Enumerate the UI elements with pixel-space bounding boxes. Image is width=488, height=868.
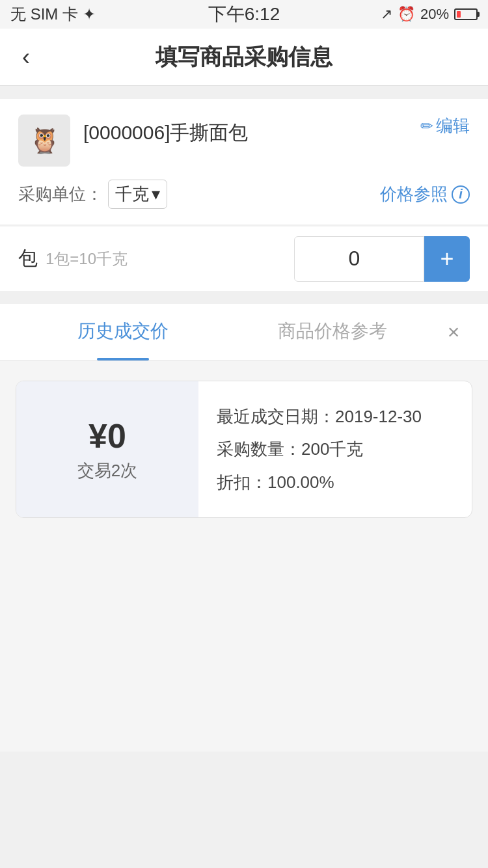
quantity-input-wrap: + bbox=[294, 236, 470, 282]
price-ref-info-icon: i bbox=[452, 185, 470, 204]
tab-active-indicator bbox=[97, 358, 149, 360]
quantity-plus-button[interactable]: + bbox=[424, 236, 470, 282]
dropdown-arrow-icon: ▾ bbox=[152, 184, 160, 204]
edit-label: 编辑 bbox=[436, 115, 470, 137]
quantity-unit: 包 bbox=[18, 245, 38, 272]
history-card: ¥0 交易2次 最近成交日期：2019-12-30 采购数量：200千克 折扣：… bbox=[16, 381, 472, 518]
price-ref-label: 价格参照 bbox=[380, 183, 448, 206]
tab-history-label: 历史成交价 bbox=[77, 319, 169, 346]
alarm-icon: ⏰ bbox=[398, 6, 415, 23]
quantity-convert: 1包=10千克 bbox=[46, 249, 128, 269]
history-purchase-qty: 采购数量：200千克 bbox=[217, 437, 454, 461]
status-left: 无 SIM 卡 ✦ bbox=[10, 4, 96, 25]
product-top: 🦉 [0000006]手撕面包 ✏ 编辑 bbox=[18, 115, 470, 167]
location-icon: ↗ bbox=[381, 6, 392, 23]
tab-product-price-ref[interactable]: 商品价格参考 bbox=[228, 304, 437, 360]
price-reference-button[interactable]: 价格参照 i bbox=[380, 183, 470, 206]
product-card: 🦉 [0000006]手撕面包 ✏ 编辑 采购单位： 千克 ▾ 价格参照 i bbox=[0, 99, 488, 224]
back-button[interactable]: ‹ bbox=[16, 37, 36, 77]
edit-icon: ✏ bbox=[420, 117, 433, 135]
product-thumbnail: 🦉 bbox=[18, 115, 70, 167]
content-area: ¥0 交易2次 最近成交日期：2019-12-30 采购数量：200千克 折扣：… bbox=[0, 361, 488, 752]
history-recent-date: 最近成交日期：2019-12-30 bbox=[217, 405, 454, 428]
quantity-input[interactable] bbox=[294, 236, 424, 282]
history-right-panel: 最近成交日期：2019-12-30 采购数量：200千克 折扣：100.00% bbox=[198, 381, 472, 517]
quantity-row: 包 1包=10千克 + bbox=[0, 226, 488, 291]
battery-indicator bbox=[454, 8, 478, 20]
sim-label: 无 SIM 卡 ✦ bbox=[10, 4, 96, 25]
status-bar: 无 SIM 卡 ✦ 下午6:12 ↗ ⏰ 20% bbox=[0, 0, 488, 29]
tab-product-price-label: 商品价格参考 bbox=[278, 319, 387, 346]
unit-select-dropdown[interactable]: 千克 ▾ bbox=[108, 180, 167, 209]
history-trades-count: 交易2次 bbox=[77, 459, 137, 482]
status-right: ↗ ⏰ 20% bbox=[381, 6, 478, 23]
quantity-left: 包 1包=10千克 bbox=[18, 245, 128, 272]
product-left: 🦉 [0000006]手撕面包 bbox=[18, 115, 248, 167]
page-title: 填写商品采购信息 bbox=[156, 42, 332, 72]
battery-percent: 20% bbox=[420, 6, 449, 23]
unit-value: 千克 bbox=[115, 183, 149, 206]
unit-label-text: 采购单位： bbox=[18, 183, 103, 206]
header: ‹ 填写商品采购信息 bbox=[0, 29, 488, 86]
product-bottom: 采购单位： 千克 ▾ 价格参照 i bbox=[18, 180, 470, 209]
tab-close-button[interactable]: × bbox=[437, 316, 470, 349]
history-left-panel: ¥0 交易2次 bbox=[16, 381, 198, 517]
history-price-value: ¥0 bbox=[88, 416, 126, 455]
status-time: 下午6:12 bbox=[208, 2, 280, 27]
tab-history-price[interactable]: 历史成交价 bbox=[18, 304, 228, 360]
history-discount: 折扣：100.00% bbox=[217, 470, 454, 494]
edit-button[interactable]: ✏ 编辑 bbox=[420, 115, 470, 137]
tabs-container: 历史成交价 商品价格参考 × bbox=[0, 304, 488, 361]
unit-label: 采购单位： 千克 ▾ bbox=[18, 180, 167, 209]
product-name: [0000006]手撕面包 bbox=[83, 115, 248, 146]
product-icon-owl: 🦉 bbox=[29, 126, 60, 155]
